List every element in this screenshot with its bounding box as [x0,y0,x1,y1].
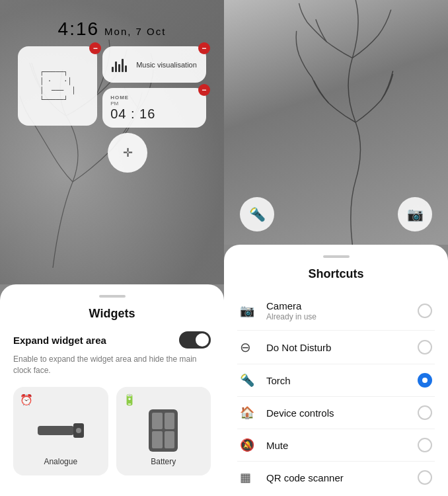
right-wallpaper-area: 🔦 📷 [224,0,448,245]
camera-shortcut-btn[interactable]: 📷 [398,197,432,231]
music-bar-4 [122,59,124,72]
shortcut-list: 📷 Camera Already in use ⊖ Do Not Disturb… [237,292,435,493]
move-handle[interactable]: ✛ [108,133,147,173]
flashlight-lens [76,428,81,433]
widget-right-col: − Music visualisation − HOME PM 04 [102,46,206,173]
device-controls-radio[interactable] [418,405,432,420]
shortcut-item-mute[interactable]: 🔕 Mute [237,429,435,462]
battery-grid [149,409,178,452]
home-time: 04 : 16 [110,106,155,122]
move-icon: ✛ [123,145,133,160]
camera-text: Camera Already in use [266,300,418,321]
battery-widget-shape [149,409,178,452]
analogue-image [22,409,99,452]
widget-area: − ┌─────┐ │ · ·│ │ ─── │ └─────┘ − Music… [9,40,215,173]
clock-date: Mon, 7 Oct [104,26,166,37]
dnd-list-icon: ⊖ [240,339,258,355]
expand-toggle-desc: Enable to expand the widget area and hid… [13,354,211,376]
mute-radio[interactable] [418,438,432,452]
right-bottom-sheet: Shortcuts 📷 Camera Already in use ⊖ Do N… [224,245,448,496]
battery-cell-4 [165,431,175,448]
battery-cell-1 [152,413,163,430]
mute-name: Mute [266,440,418,451]
clock-area: 4:16 Mon, 7 Oct [58,0,167,40]
torch-list-icon: 🔦 [240,373,258,388]
device-controls-text: Device controls [266,407,418,419]
torch-radio[interactable] [418,373,432,388]
right-panel: 🔦 📷 Shortcuts 📷 Camera Already in use ⊖ [224,0,448,496]
torch-text: Torch [266,375,418,386]
flashlight-body [38,426,74,435]
qr-radio[interactable] [418,470,432,485]
left-wallpaper-area: 4:16 Mon, 7 Oct − ┌─────┐ │ · ·│ │ ─── │… [0,0,224,284]
right-section-title: Shortcuts [237,267,435,281]
battery-cell-2 [165,413,175,430]
shortcut-item-qr[interactable]: ▦ QR code scanner [237,462,435,493]
battery-preview-card[interactable]: 🔋 Battery [116,387,211,475]
expand-toggle-label: Expand widget area [13,335,106,346]
camera-icon: 📷 [407,206,424,222]
remove-music-btn[interactable]: − [198,42,210,54]
shortcut-buttons-area: 🔦 📷 [224,197,448,231]
qr-name: QR code scanner [266,472,418,483]
home-clock-widget[interactable]: − HOME PM 04 : 16 [102,88,206,128]
remove-smiley-btn[interactable]: − [89,42,101,54]
music-bars [112,58,127,72]
shortcut-item-torch[interactable]: 🔦 Torch [237,364,435,397]
smiley-face: ┌─────┐ │ · ·│ │ ─── │ └─────┘ [40,67,75,104]
left-panel: 4:16 Mon, 7 Oct − ┌─────┐ │ · ·│ │ ─── │… [0,0,224,496]
analogue-label: Analogue [44,457,77,466]
left-drag-handle[interactable] [99,295,126,298]
battery-image [126,409,202,452]
music-label: Music visualisation [136,61,197,69]
mute-text: Mute [266,440,418,451]
expand-toggle-switch[interactable] [179,331,211,349]
music-bar-5 [125,65,127,72]
device-controls-list-icon: 🏠 [240,405,258,420]
flashlight-shape [38,423,84,438]
home-period: PM [110,101,118,106]
camera-list-icon: 📷 [240,304,258,318]
camera-sub: Already in use [266,312,418,321]
shortcut-item-dnd[interactable]: ⊖ Do Not Disturb [237,331,435,364]
music-bar-2 [115,62,117,72]
torch-icon: 🔦 [249,206,266,222]
clock-time: 4:16 [58,19,100,40]
device-controls-name: Device controls [266,407,418,419]
dnd-radio[interactable] [418,340,432,354]
analogue-preview-card[interactable]: ⏰ Analogue [13,387,108,475]
home-zone: HOME [110,95,129,101]
torch-name: Torch [266,375,418,386]
expand-toggle-row: Expand widget area [13,331,211,349]
right-drag-handle[interactable] [323,255,350,258]
music-bar-3 [118,64,120,72]
battery-label: Battery [151,457,176,466]
qr-list-icon: ▦ [240,470,258,485]
mute-list-icon: 🔕 [240,438,258,452]
left-section-title: Widgets [13,307,211,321]
camera-name: Camera [266,300,418,311]
shortcut-item-device-controls[interactable]: 🏠 Device controls [237,397,435,429]
left-bottom-sheet: Widgets Expand widget area Enable to exp… [0,284,224,496]
widget-previews: ⏰ Analogue 🔋 [13,387,211,475]
analogue-icon: ⏰ [20,393,33,406]
dnd-text: Do Not Disturb [266,342,418,353]
remove-homeclock-btn[interactable]: − [198,84,210,96]
torch-shortcut-btn[interactable]: 🔦 [240,197,274,231]
dnd-name: Do Not Disturb [266,342,418,353]
battery-cell-3 [152,431,163,448]
battery-icon: 🔋 [123,393,136,406]
shortcut-item-camera[interactable]: 📷 Camera Already in use [237,292,435,331]
camera-radio[interactable] [418,304,432,318]
music-widget[interactable]: − Music visualisation [102,46,206,83]
qr-text: QR code scanner [266,472,418,483]
toggle-knob [196,333,209,347]
music-bar-1 [112,67,114,72]
smiley-widget[interactable]: − ┌─────┐ │ · ·│ │ ─── │ └─────┘ [18,46,97,126]
